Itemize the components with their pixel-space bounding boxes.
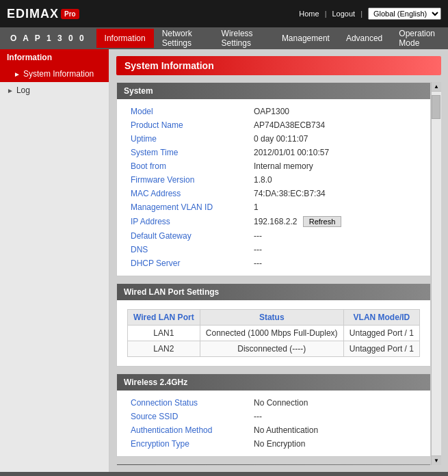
field-value: AP74DA38ECB734 [250,118,420,132]
system-section-header: System [117,83,430,99]
field-label: Boot from [127,159,250,173]
footer: Copyright 2017 © EDIMAX Technology Co., … [0,472,448,476]
field-value: --- [250,229,420,243]
system-section-title: System [124,86,153,96]
col-wired-lan-port: Wired LAN Port [128,310,200,326]
field-value: No Encryption [250,437,420,451]
table-row: Authentication Method No Authentication [127,423,420,437]
logo: EDIMAX Pro [7,7,79,21]
field-value: 1.8.0 [250,173,420,187]
wired-lan-section: Wired LAN Port Settings Wired LAN Port S… [116,283,431,367]
content-area: System Information System Model OAP1300 [109,49,448,472]
device-name: O A P 1 3 0 0 [0,34,96,43]
lan-port-vlan: Untagged Port / 1 [343,341,419,357]
wireless-5-section: Wireless 5GHz ∨ Connection Status No Con… [116,464,431,465]
wired-lan-table: Wired LAN Port Status VLAN Mode/ID LAN1 … [127,309,420,357]
main-layout: Information ► System Information ► Log S… [0,49,448,472]
wireless-5-section-header: Wireless 5GHz ∨ [117,464,430,465]
sidebar-item-label: System Information [23,69,94,79]
page-title: System Information [116,56,441,75]
field-label: Uptime [127,132,250,146]
table-row: Encryption Type No Encryption [127,437,420,451]
table-row: Management VLAN ID 1 [127,200,420,214]
field-value: 74:DA:38:EC:B7:34 [250,187,420,200]
field-label: Management VLAN ID [127,200,250,214]
wireless-24-section-body: Connection Status No Connection Source S… [117,391,430,456]
home-link[interactable]: Home [299,10,319,18]
nav-management[interactable]: Management [274,29,338,48]
table-row: Firmware Version 1.8.0 [127,173,420,187]
ip-address-cell: 192.168.2.2 Refresh [250,214,420,229]
table-row: Connection Status No Connection [127,396,420,410]
table-row: LAN2 Disconnected (----) Untagged Port /… [128,341,420,357]
wireless-24-section: Wireless 2.4GHz Connection Status No Con… [116,373,431,457]
field-label: Model [127,105,250,118]
nav-operation-mode[interactable]: Operation Mode [391,24,448,53]
top-nav: Information Network Settings Wireless Se… [96,27,448,49]
wireless-24-section-title: Wireless 2.4GHz [124,378,187,387]
arrow-icon: ► [7,87,14,94]
scroll-track [432,92,441,455]
language-select[interactable]: Global (English) [368,8,441,20]
col-vlan-mode: VLAN Mode/ID [343,310,419,326]
lan-port-status: Disconnected (----) [200,341,343,357]
table-row: Product Name AP74DA38ECB734 [127,118,420,132]
wireless-24-section-header: Wireless 2.4GHz [117,374,430,391]
wired-lan-section-body: Wired LAN Port Status VLAN Mode/ID LAN1 … [117,300,430,366]
nav-wireless-settings[interactable]: Wireless Settings [213,24,274,53]
sidebar-group-title-information: Information [0,49,109,66]
field-value: --- [250,243,420,256]
nav-information[interactable]: Information [96,29,154,48]
sidebar-item-log[interactable]: ► Log [0,82,109,98]
sidebar-item-system-information[interactable]: ► System Information [0,66,109,82]
table-row: MAC Address 74:DA:38:EC:B7:34 [127,187,420,200]
field-value: --- [250,256,420,270]
lan-port-status: Connected (1000 Mbps Full-Duplex) [200,326,343,341]
nav-network-settings[interactable]: Network Settings [154,24,213,53]
table-row: DNS --- [127,243,420,256]
table-row: Source SSID --- [127,410,420,423]
system-section-body: Model OAP1300 Product Name AP74DA38ECB73… [117,99,430,276]
system-section: System Model OAP1300 Product Name AP74DA… [116,82,431,276]
arrow-icon: ► [14,70,21,78]
sidebar-group-information: Information ► System Information [0,49,109,82]
wireless-24-info-table: Connection Status No Connection Source S… [127,396,420,451]
table-row: Model OAP1300 [127,105,420,118]
logout-link[interactable]: Logout [332,10,355,18]
scroll-thumb[interactable] [432,95,440,119]
field-value: 2012/01/01 00:10:57 [250,146,420,159]
field-label: MAC Address [127,187,250,200]
field-value: 0 day 00:11:07 [250,132,420,146]
field-label: IP Address [127,214,250,229]
lan-port-name: LAN2 [128,341,200,357]
scroll-up-button[interactable]: ▲ [432,82,441,92]
field-label: System Time [127,146,250,159]
nav-advanced[interactable]: Advanced [338,29,391,48]
scrollbar[interactable]: ▲ ▼ [431,82,441,465]
field-label: Encryption Type [127,437,250,451]
refresh-button[interactable]: Refresh [303,216,342,227]
field-label: DHCP Server [127,256,250,270]
logo-text: EDIMAX [7,7,59,21]
field-value: OAP1300 [250,105,420,118]
field-value: --- [250,410,420,423]
ip-address-value: 192.168.2.2 [254,217,297,226]
header: EDIMAX Pro Home | Logout | Global (Engli… [0,0,448,27]
field-value: Internal memory [250,159,420,173]
field-value: No Connection [250,396,420,410]
sidebar: Information ► System Information ► Log [0,49,109,472]
field-value: No Authentication [250,423,420,437]
field-label: Authentication Method [127,423,250,437]
scroll-down-button[interactable]: ▼ [432,455,441,465]
field-label: Connection Status [127,396,250,410]
table-row: System Time 2012/01/01 00:10:57 [127,146,420,159]
system-info-table: Model OAP1300 Product Name AP74DA38ECB73… [127,105,420,270]
table-row: Boot from Internal memory [127,159,420,173]
table-row: LAN1 Connected (1000 Mbps Full-Duplex) U… [128,326,420,341]
lan-port-name: LAN1 [128,326,200,341]
field-label: DNS [127,243,250,256]
table-row: DHCP Server --- [127,256,420,270]
field-value: 1 [250,200,420,214]
field-label: Product Name [127,118,250,132]
wired-lan-section-header: Wired LAN Port Settings [117,284,430,300]
